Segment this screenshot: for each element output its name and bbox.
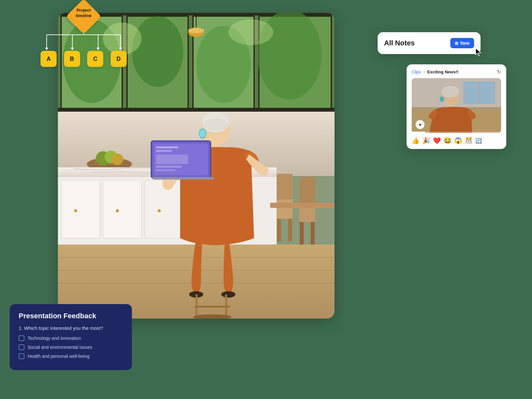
svg-rect-67 (153, 177, 214, 180)
feedback-option-1: Technology and innovation (19, 335, 123, 341)
svg-point-31 (74, 209, 77, 212)
node-a: A (41, 51, 57, 67)
refresh-button[interactable]: ↻ (497, 69, 501, 75)
node-c: C (87, 51, 103, 67)
svg-marker-80 (45, 48, 48, 50)
svg-rect-50 (270, 203, 335, 208)
svg-rect-45 (288, 219, 292, 241)
new-button-label: New (460, 41, 470, 46)
svg-point-19 (188, 28, 204, 33)
clips-link[interactable]: Clips (412, 70, 421, 74)
svg-rect-32 (103, 180, 142, 238)
svg-point-53 (203, 118, 228, 131)
node-b: B (64, 51, 80, 67)
reaction-party[interactable]: 🎊 (465, 137, 473, 144)
reaction-thumbsup[interactable]: 👍 (412, 137, 420, 144)
svg-point-12 (132, 16, 183, 87)
video-thumbnail (412, 78, 501, 133)
svg-rect-65 (156, 166, 182, 168)
clips-widget: Clips > Exciting News!! ↻ (407, 64, 506, 149)
cursor (475, 48, 482, 57)
option-label-3: Health and personal well-being (28, 354, 89, 359)
svg-rect-63 (156, 150, 172, 152)
svg-point-34 (116, 209, 119, 212)
svg-rect-47 (299, 177, 315, 203)
svg-marker-83 (119, 48, 122, 50)
video-progress-bar (412, 132, 501, 133)
svg-rect-73 (195, 306, 230, 308)
timeline-nodes: A B C D (35, 51, 132, 67)
feedback-question: 1. Which topic interested you the most? (19, 325, 123, 331)
svg-rect-35 (145, 180, 183, 238)
play-icon: ▶ (419, 123, 422, 126)
svg-point-69 (221, 291, 235, 298)
svg-point-16 (228, 19, 273, 45)
svg-marker-81 (71, 48, 74, 50)
clip-title: Exciting News!! (427, 70, 459, 74)
svg-rect-93 (412, 78, 501, 133)
svg-rect-66 (156, 169, 175, 171)
reaction-heart[interactable]: ❤️ (433, 137, 441, 144)
svg-point-55 (200, 130, 206, 137)
new-button-icon: ⊞ (455, 41, 458, 46)
all-notes-title: All Notes (384, 39, 415, 47)
feedback-option-3: Health and personal well-being (19, 353, 123, 359)
reaction-cycle[interactable]: 🔄 (475, 138, 482, 144)
svg-rect-20 (58, 108, 335, 112)
new-button[interactable]: ⊞ New (450, 38, 474, 48)
reaction-laugh[interactable]: 😂 (444, 137, 452, 144)
svg-rect-29 (61, 180, 100, 238)
breadcrumb-separator: > (423, 70, 426, 74)
feedback-widget: Presentation Feedback 1. Which topic int… (10, 304, 132, 370)
emoji-reactions: 👍 🎉 ❤️ 😂 😱 🎊 🔄 (412, 137, 501, 144)
checkbox-1[interactable] (19, 335, 24, 341)
svg-rect-49 (311, 222, 315, 245)
play-button[interactable]: ▶ (416, 120, 425, 129)
svg-rect-44 (277, 219, 281, 241)
feedback-title: Presentation Feedback (19, 312, 123, 320)
option-label-1: Technology and innovation (28, 336, 81, 341)
diamond-label: Project timeline (76, 8, 91, 19)
all-notes-widget: All Notes ⊞ New (378, 32, 481, 54)
svg-point-37 (158, 209, 161, 212)
feedback-option-2: Social and environmental issues (19, 344, 123, 350)
svg-rect-62 (156, 146, 179, 148)
svg-rect-64 (156, 154, 188, 164)
option-label-2: Social and environmental issues (28, 345, 92, 350)
svg-rect-43 (277, 174, 293, 200)
clips-breadcrumb: Clips > Exciting News!! ↻ (412, 69, 501, 75)
svg-marker-82 (96, 48, 100, 50)
checkbox-3[interactable] (19, 353, 24, 359)
node-d: D (111, 51, 127, 67)
svg-rect-48 (300, 222, 304, 245)
checkbox-2[interactable] (19, 344, 24, 350)
reaction-clap[interactable]: 🎉 (422, 137, 430, 144)
svg-point-26 (112, 153, 123, 165)
timeline-widget: Project timeline A B C D (35, 3, 132, 67)
video-player[interactable]: ▶ (412, 78, 501, 133)
video-progress-fill (412, 132, 425, 133)
reaction-shocked[interactable]: 😱 (454, 137, 462, 144)
